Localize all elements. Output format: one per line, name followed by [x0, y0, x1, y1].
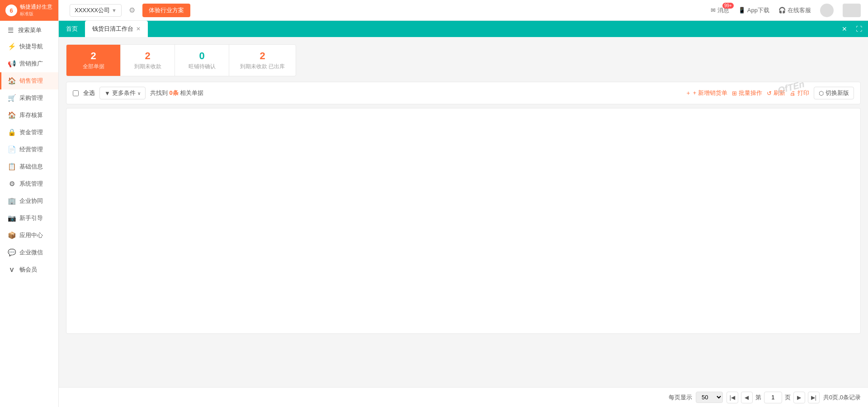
vip-icon: V	[8, 267, 16, 273]
found-text: 共找到 0条 相关单据	[150, 89, 203, 97]
sidebar-item-label: 新手引导	[19, 214, 43, 222]
cooperation-icon: 🏢	[8, 197, 16, 205]
batch-label: 批量操作	[739, 89, 762, 97]
app-download-button[interactable]: 📱 App下载	[738, 6, 769, 14]
app-download-label: App下载	[747, 6, 769, 14]
print-icon: 🖨	[790, 90, 796, 97]
sidebar-item-sales[interactable]: 🏠 销售管理	[0, 72, 58, 89]
sidebar-item-label: 基础信息	[19, 163, 43, 171]
found-count: 0条	[170, 89, 179, 96]
basic-info-icon: 📋	[8, 163, 16, 171]
per-page-label: 每页显示	[669, 393, 692, 402]
content-area	[66, 108, 861, 334]
user-menu[interactable]	[843, 4, 861, 17]
sidebar-item-label: 系统管理	[19, 180, 43, 188]
app-version: 标准版	[20, 11, 52, 17]
industry-btn[interactable]: 体验行业方案	[142, 4, 190, 17]
prev-page-button[interactable]: ◀	[741, 392, 753, 403]
stat-tab-wangpu[interactable]: 0 旺铺待确认	[175, 45, 229, 76]
online-service-label: 在线客服	[788, 6, 811, 14]
select-all-checkbox[interactable]	[73, 90, 79, 96]
sidebar-item-label: 快捷导航	[19, 42, 43, 51]
add-icon: ＋	[685, 89, 691, 97]
sidebar-item-finance[interactable]: 🔒 资金管理	[0, 124, 58, 141]
stat-all-number: 2	[77, 50, 109, 62]
quick-nav-icon: ⚡	[8, 42, 16, 51]
switch-label: 切换新版	[826, 89, 849, 97]
sidebar-nav: ☰ 搜索菜单 ⚡ 快捷导航 📢 营销推广 🏠 销售管理 🛒 采购管理 🏠 库存核…	[0, 21, 58, 407]
add-label: + 新增销货单	[693, 89, 727, 97]
sidebar-item-cooperation[interactable]: 🏢 企业协同	[0, 192, 58, 210]
newbie-icon: 📷	[8, 214, 16, 222]
online-service-button[interactable]: 🎧 在线客服	[778, 6, 811, 14]
per-page-select[interactable]: 50 100 200	[696, 392, 723, 403]
pagination-controls: |◀ ◀ 第 页 ▶ ▶|	[726, 392, 820, 403]
tab-fullscreen-icon[interactable]: ⛶	[854, 23, 864, 34]
toolbar-left: 全选 ▼ 更多条件 ∨ 共找到 0条 相关单据	[73, 87, 680, 99]
stat-tab-overdue[interactable]: 2 到期未收款	[121, 45, 175, 76]
message-icon: ✉	[711, 7, 716, 14]
tab-home-label: 首页	[66, 25, 78, 33]
tab-bar-actions: ✕ ⛶	[839, 23, 868, 34]
avatar[interactable]	[820, 4, 834, 17]
tab-close-all-icon[interactable]: ✕	[839, 23, 850, 34]
sidebar-item-quick-nav[interactable]: ⚡ 快捷导航	[0, 38, 58, 55]
stat-all-label: 全部单据	[77, 63, 109, 70]
sidebar-item-inventory[interactable]: 🏠 库存核算	[0, 107, 58, 124]
filter-button[interactable]: ▼ 更多条件 ∨	[99, 87, 146, 99]
sidebar-item-basic-info[interactable]: 📋 基础信息	[0, 158, 58, 175]
list-toolbar: 全选 ▼ 更多条件 ∨ 共找到 0条 相关单据 ＋ + 新增销货单 ⊞ 批量操作…	[66, 82, 861, 104]
switch-version-button[interactable]: ⬡ 切换新版	[814, 87, 854, 99]
sidebar-item-vip[interactable]: V 畅会员	[0, 261, 58, 278]
page-number-input[interactable]	[764, 392, 782, 403]
sidebar-item-marketing[interactable]: 📢 营销推广	[0, 55, 58, 72]
message-button[interactable]: ✉ 消息 99+	[711, 6, 729, 14]
wechat-icon: 💬	[8, 248, 16, 257]
batch-button[interactable]: ⊞ 批量操作	[732, 89, 762, 97]
sidebar-item-label: 畅会员	[19, 266, 37, 274]
last-page-button[interactable]: ▶|	[808, 392, 820, 403]
print-button[interactable]: 🖨 打印	[790, 89, 809, 97]
refresh-button[interactable]: ↺ 刷新	[767, 89, 785, 97]
main-content: 2 全部单据 2 到期未收款 0 旺铺待确认 2 到期未收款 已出库 全选 ▼ …	[59, 37, 868, 407]
sidebar-item-newbie[interactable]: 📷 新手引导	[0, 210, 58, 227]
tab-close-icon[interactable]: ✕	[136, 26, 141, 32]
print-label: 打印	[797, 89, 809, 97]
footer-pagination: 每页显示 50 100 200 |◀ ◀ 第 页 ▶ ▶| 共0页,0条记录	[59, 387, 868, 407]
stat-tab-shipped[interactable]: 2 到期未收款 已出库	[229, 45, 296, 76]
message-badge: 99+	[722, 3, 734, 9]
sidebar-item-purchase[interactable]: 🛒 采购管理	[0, 89, 58, 107]
download-icon: 📱	[738, 7, 745, 14]
search-menu-label: 搜索菜单	[18, 26, 42, 34]
sidebar-item-system[interactable]: ⚙ 系统管理	[0, 175, 58, 192]
inventory-icon: 🏠	[8, 111, 16, 119]
stats-tabs: 2 全部单据 2 到期未收款 0 旺铺待确认 2 到期未收款 已出库	[66, 44, 296, 76]
search-icon: ☰	[6, 26, 14, 34]
finance-icon: 🔒	[8, 128, 16, 136]
first-page-button[interactable]: |◀	[726, 392, 738, 403]
tab-workbench-label: 钱货日清工作台	[92, 25, 133, 33]
sidebar-item-label: 企业微信	[19, 248, 43, 257]
company-selector[interactable]: XXXXXX公司 ▼	[70, 4, 122, 17]
system-icon: ⚙	[8, 180, 16, 188]
stat-tab-all[interactable]: 2 全部单据	[66, 45, 121, 76]
toolbar-right: ＋ + 新增销货单 ⊞ 批量操作 ↺ 刷新 🖨 打印 ⬡ 切换新版	[685, 87, 854, 99]
search-menu[interactable]: ☰ 搜索菜单	[0, 23, 58, 38]
settings-button[interactable]: ⚙	[125, 4, 139, 17]
sidebar-item-app-center[interactable]: 📦 应用中心	[0, 227, 58, 244]
tab-home[interactable]: 首页	[59, 21, 85, 37]
sidebar-item-operation[interactable]: 📄 经营管理	[0, 141, 58, 158]
stat-overdue-label: 到期未收款	[132, 63, 164, 70]
app-logo-icon: 6	[5, 5, 17, 16]
filter-label: 更多条件	[112, 89, 136, 97]
sidebar-item-wechat[interactable]: 💬 企业微信	[0, 244, 58, 261]
next-page-button[interactable]: ▶	[793, 392, 805, 403]
filter-icon: ▼	[104, 90, 110, 97]
marketing-icon: 📢	[8, 60, 16, 68]
add-order-button[interactable]: ＋ + 新增销货单	[685, 89, 727, 97]
chevron-down-icon: ▼	[112, 8, 117, 13]
tab-work-bench[interactable]: 钱货日清工作台 ✕	[85, 21, 148, 37]
stat-shipped-label: 到期未收款 已出库	[240, 63, 285, 70]
app-center-icon: 📦	[8, 231, 16, 239]
page-label: 第	[755, 393, 761, 402]
